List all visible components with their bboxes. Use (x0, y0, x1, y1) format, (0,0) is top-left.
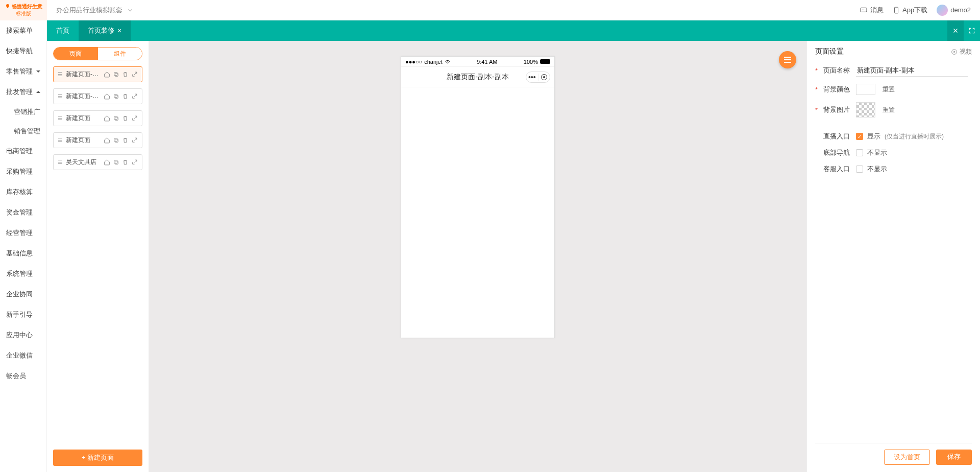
home-icon[interactable] (103, 71, 110, 78)
page-item[interactable]: ☰ 昊天文具店 (53, 154, 142, 170)
nav-quick[interactable]: 快捷导航 (0, 41, 46, 61)
svg-point-3 (865, 9, 865, 10)
page-name: 新建页面 (66, 114, 100, 123)
canvas: ●●●○○ chanjet 9:41 AM 100% 新建页面-副本-副本 (149, 41, 806, 472)
drag-handle-icon[interactable]: ☰ (58, 137, 63, 144)
tab-home[interactable]: 首页 (47, 20, 79, 41)
bg-image-label: 背景图片 (823, 105, 852, 114)
copy-icon[interactable] (112, 137, 119, 144)
seg-components[interactable]: 组件 (98, 48, 142, 60)
nav-funds[interactable]: 资金管理 (0, 202, 46, 223)
nav-wholesale-sales[interactable]: 销售管理 (0, 122, 46, 141)
drag-handle-icon[interactable]: ☰ (58, 115, 63, 122)
page-name: 新建页面-副本... (66, 70, 100, 79)
battery-pct: 100% (524, 59, 538, 65)
delete-icon[interactable] (121, 93, 129, 100)
nav-collab[interactable]: 企业协同 (0, 284, 46, 304)
messages-link[interactable]: 消息 (860, 6, 884, 15)
bg-image-reset[interactable]: 重置 (883, 106, 895, 114)
nav-system[interactable]: 系统管理 (0, 264, 46, 284)
delete-icon[interactable] (121, 159, 129, 166)
tab-close-icon[interactable]: × (117, 27, 121, 35)
settings-footer: 设为首页 保存 (815, 443, 972, 472)
svg-rect-11 (115, 139, 118, 142)
brand-icon (5, 4, 11, 10)
nav-operations[interactable]: 经营管理 (0, 223, 46, 243)
toolbox-fab[interactable] (779, 51, 796, 68)
nav-inventory[interactable]: 库存核算 (0, 182, 46, 202)
nav-search[interactable]: 搜索菜单 (0, 20, 46, 41)
play-circle-icon (951, 49, 958, 55)
nav-wecom[interactable]: 企业微信 (0, 345, 46, 366)
nav-guide[interactable]: 新手引导 (0, 304, 46, 325)
caret-up-icon (36, 91, 40, 93)
nav-appcenter[interactable]: 应用中心 (0, 325, 46, 345)
nav-basic[interactable]: 基础信息 (0, 243, 46, 264)
delete-icon[interactable] (121, 137, 129, 144)
copy-icon[interactable] (112, 93, 119, 100)
open-icon[interactable] (131, 137, 138, 144)
phone-icon (893, 6, 900, 14)
service-checkbox-label: 不显示 (867, 164, 887, 174)
video-link[interactable]: 视频 (951, 48, 972, 56)
open-icon[interactable] (131, 71, 138, 78)
set-home-button[interactable]: 设为首页 (884, 450, 930, 465)
page-item[interactable]: ☰ 新建页面-副本... (53, 66, 142, 82)
signal-icon: ●●●○○ (405, 59, 422, 65)
drag-handle-icon[interactable]: ☰ (58, 93, 63, 100)
nav-retail[interactable]: 零售管理 (0, 61, 46, 82)
drag-handle-icon[interactable]: ☰ (58, 71, 63, 78)
nav-wholesale[interactable]: 批发管理 (0, 82, 46, 102)
open-icon[interactable] (131, 115, 138, 122)
open-icon[interactable] (131, 159, 138, 166)
home-icon[interactable] (103, 137, 110, 144)
copy-icon[interactable] (112, 71, 119, 78)
copy-icon[interactable] (112, 159, 119, 166)
tab-home-decor[interactable]: 首页装修 × (79, 20, 131, 41)
phone-page-title: 新建页面-副本-副本 (447, 73, 508, 82)
new-page-button[interactable]: + 新建页面 (53, 450, 142, 466)
page-name: 新建页面-副本 (66, 92, 100, 101)
topbar: 畅捷通好生意 标准版 办公用品行业模拟账套 消息 App下载 demo2 (0, 0, 980, 20)
bg-color-reset[interactable]: 重置 (883, 85, 895, 94)
tabstrip-close-button[interactable] (947, 20, 964, 41)
context-selector[interactable]: 办公用品行业模拟账套 (56, 6, 134, 15)
home-icon[interactable] (103, 115, 110, 122)
tabstrip-fullscreen-button[interactable] (964, 20, 980, 41)
user-menu[interactable]: demo2 (937, 5, 971, 16)
bg-color-swatch[interactable] (856, 84, 875, 95)
nav-wholesale-marketing[interactable]: 营销推广 (0, 102, 46, 122)
page-item[interactable]: ☰ 新建页面 (53, 110, 142, 126)
nav-ecommerce[interactable]: 电商管理 (0, 141, 46, 161)
bg-color-label: 背景颜色 (823, 85, 852, 94)
home-icon[interactable] (103, 159, 110, 166)
context-label: 办公用品行业模拟账套 (56, 6, 122, 15)
capsule-menu-icon[interactable]: ••• (526, 73, 538, 81)
service-checkbox[interactable] (856, 166, 863, 173)
page-name-label: 页面名称 (823, 66, 852, 75)
capsule-close-icon[interactable] (538, 74, 550, 80)
save-button[interactable]: 保存 (936, 450, 972, 465)
copy-icon[interactable] (112, 115, 119, 122)
page-item[interactable]: ☰ 新建页面-副本 (53, 88, 142, 104)
svg-rect-4 (895, 7, 898, 13)
message-icon (860, 6, 868, 14)
home-icon[interactable] (103, 93, 110, 100)
delete-icon[interactable] (121, 115, 129, 122)
battery-icon (540, 59, 550, 64)
open-icon[interactable] (131, 93, 138, 100)
logo[interactable]: 畅捷通好生意 标准版 (0, 0, 47, 20)
phone-body[interactable] (401, 87, 554, 338)
nav-purchase[interactable]: 采购管理 (0, 161, 46, 182)
live-checkbox[interactable]: ✓ (856, 133, 863, 140)
seg-pages[interactable]: 页面 (54, 48, 98, 60)
page-name: 新建页面 (66, 136, 100, 145)
page-name-input[interactable] (856, 64, 968, 77)
nav-member[interactable]: 畅会员 (0, 366, 46, 386)
page-item[interactable]: ☰ 新建页面 (53, 132, 142, 148)
app-download-link[interactable]: App下载 (893, 6, 927, 15)
bottom-nav-checkbox[interactable] (856, 149, 863, 156)
bg-image-picker[interactable] (856, 102, 875, 117)
delete-icon[interactable] (121, 71, 129, 78)
drag-handle-icon[interactable]: ☰ (58, 159, 63, 166)
